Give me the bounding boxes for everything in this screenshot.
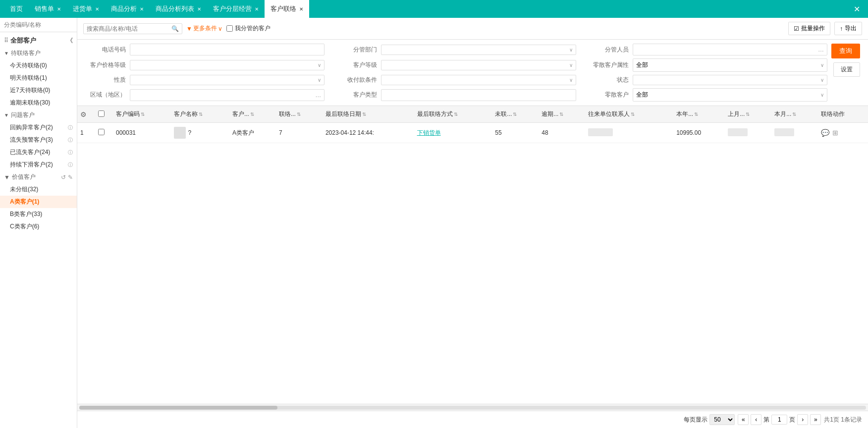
chat-icon[interactable]: 💬: [821, 129, 829, 137]
filter-search-container: 🔍: [83, 23, 182, 34]
td-index: 1: [77, 123, 95, 143]
sort-type-icon[interactable]: ⇅: [250, 111, 254, 117]
nav-tab-product-analysis[interactable]: 商品分析 ✕: [105, 0, 150, 18]
pending-arrow-icon: ▼: [4, 51, 9, 56]
first-page-button[interactable]: «: [738, 414, 749, 425]
filter-retail-select[interactable]: 全部 ∨: [633, 88, 827, 102]
td-customer-code: 000031: [113, 123, 171, 143]
edit-icon[interactable]: ✎: [68, 174, 73, 181]
td-current-year: 10995.00: [673, 123, 725, 143]
more-options-icon[interactable]: …: [818, 46, 824, 53]
sidebar-collapse-icon[interactable]: 《: [67, 37, 73, 45]
nav-tab-customer-segment[interactable]: 客户分层经营 ✕: [207, 0, 265, 18]
refresh-icon[interactable]: ↺: [61, 174, 66, 181]
filter-search-input[interactable]: [87, 25, 169, 32]
sort-year-icon[interactable]: ⇅: [694, 111, 698, 117]
filter-more-conditions[interactable]: ▼ 更多条件 ∨: [186, 24, 222, 33]
filter-payment-select[interactable]: ∨: [381, 75, 576, 85]
contact-method-link[interactable]: 下销货单: [417, 129, 441, 136]
sidebar-item-overdue-contact[interactable]: 逾期未联络(30): [0, 97, 77, 109]
filter-retail-attr-select[interactable]: 全部 ∨: [633, 58, 827, 72]
table-area: ⚙ 客户编码⇅ 客户名称⇅ 客户...⇅: [77, 106, 868, 404]
nav-tab-customer-contact-close[interactable]: ✕: [299, 6, 303, 12]
window-close-button[interactable]: ✕: [850, 4, 864, 14]
filter-region: 区域（地区） …: [85, 89, 325, 101]
sidebar-search-input[interactable]: [4, 21, 77, 28]
filter-dept-select[interactable]: ∨: [381, 45, 576, 55]
nav-tab-sales-close[interactable]: ✕: [57, 6, 61, 12]
export-button[interactable]: ↑ 导出: [834, 22, 862, 35]
row-checkbox[interactable]: [98, 129, 105, 135]
sidebar-item-ungrouped[interactable]: 未分组(32): [0, 183, 77, 196]
sort-unit-icon[interactable]: ⇅: [631, 111, 635, 117]
sidebar-group-problem[interactable]: ▼ 问题客户: [0, 109, 77, 121]
table-header-row: ⚙ 客户编码⇅ 客户名称⇅ 客户...⇅: [77, 106, 868, 123]
problem-arrow-icon: ▼: [4, 112, 9, 118]
sort-overdue-icon[interactable]: ⇅: [559, 111, 563, 117]
filter-customer-level-select[interactable]: ∨: [381, 60, 576, 70]
nav-tab-product-list-close[interactable]: ✕: [197, 6, 201, 12]
scrollbar-track[interactable]: [79, 406, 866, 410]
select-all-checkbox[interactable]: [98, 110, 105, 117]
my-customers-checkbox[interactable]: [226, 25, 233, 32]
sort-name-icon[interactable]: ⇅: [199, 111, 203, 117]
filter-customer-type-input[interactable]: [381, 89, 576, 101]
filter-status-select[interactable]: ∨: [633, 75, 827, 85]
sort-cur-month-icon[interactable]: ⇅: [792, 111, 796, 117]
sidebar-item-today-pending[interactable]: 今天待联络(0): [0, 59, 77, 72]
sidebar-group-pending[interactable]: ▼ 待联络客户: [0, 47, 77, 59]
sidebar-item-c-class[interactable]: C类客户(6): [0, 220, 77, 233]
sidebar-item-b-class[interactable]: B类客户(33): [0, 208, 77, 220]
prev-page-button[interactable]: ‹: [751, 414, 761, 425]
filter-search-icon[interactable]: 🔍: [171, 25, 179, 32]
filter-person-input[interactable]: [636, 46, 816, 53]
nav-tab-purchase-close[interactable]: ✕: [95, 6, 99, 12]
query-button[interactable]: 查询: [831, 44, 860, 58]
nav-tab-product-list[interactable]: 商品分析列表 ✕: [150, 0, 207, 18]
filter-phone-input[interactable]: [130, 44, 325, 55]
sidebar-item-tomorrow-pending[interactable]: 明天待联络(1): [0, 72, 77, 84]
batch-ops-button[interactable]: ☑ 批量操作: [788, 22, 830, 35]
scrollbar-thumb[interactable]: [79, 406, 277, 410]
sort-code-icon[interactable]: ⇅: [141, 111, 145, 117]
filter-icon: ▼: [186, 25, 192, 32]
nav-tab-product-analysis-close[interactable]: ✕: [140, 6, 144, 12]
sidebar-item-declining[interactable]: 持续下滑客户(2) ⓘ: [0, 159, 77, 171]
table-settings-icon[interactable]: ⚙: [80, 110, 87, 118]
nav-tab-customer-segment-close[interactable]: ✕: [255, 6, 259, 12]
td-overdue: 48: [539, 123, 585, 143]
sort-last-month-icon[interactable]: ⇅: [746, 111, 750, 117]
last-page-button[interactable]: »: [810, 414, 821, 425]
chevron-down-icon: ∨: [218, 25, 222, 32]
next-page-button[interactable]: ›: [797, 414, 808, 425]
filter-retail: 零散客户 全部 ∨: [588, 88, 827, 102]
sort-method-icon[interactable]: ⇅: [454, 111, 458, 117]
region-more-icon[interactable]: …: [315, 92, 321, 99]
settings-button[interactable]: 设置: [833, 62, 860, 77]
sidebar-item-a-class[interactable]: A类客户(1): [0, 196, 77, 208]
sidebar-group-value[interactable]: ▼ 价值客户 ↺ ✎: [0, 171, 77, 183]
filter-nature-select[interactable]: ∨: [130, 75, 325, 85]
page-size-select[interactable]: 50 100 200: [709, 414, 735, 425]
filter-price-level-select[interactable]: ∨: [130, 60, 325, 70]
sidebar-item-churn-warning[interactable]: 流失预警客户(3) ⓘ: [0, 134, 77, 146]
nav-home[interactable]: 首页: [4, 4, 29, 13]
sidebar-item-churned[interactable]: 已流失客户(24) ⓘ: [0, 146, 77, 159]
page-number-input[interactable]: [771, 415, 787, 425]
nav-tab-customer-contact[interactable]: 客户联络 ✕: [265, 0, 309, 18]
my-customers-filter[interactable]: 我分管的客户: [226, 24, 271, 33]
sidebar-search-container: 🔍: [0, 18, 77, 32]
sort-uncontacted-icon[interactable]: ⇅: [513, 111, 517, 117]
qr-icon[interactable]: ⊞: [832, 129, 838, 137]
horizontal-scrollbar[interactable]: [77, 404, 868, 411]
sidebar-item-7days-pending[interactable]: 近7天待联络(0): [0, 84, 77, 97]
sort-contact-icon[interactable]: ⇅: [297, 111, 301, 117]
sidebar-item-repurchase-abnormal[interactable]: 回购异常客户(2) ⓘ: [0, 121, 77, 134]
nav-tab-sales[interactable]: 销售单 ✕: [29, 0, 67, 18]
filter-region-input[interactable]: [133, 92, 313, 99]
filter-price-level: 客户价格等级 ∨: [85, 60, 325, 70]
filter-bar: 🔍 ▼ 更多条件 ∨ 我分管的客户 ☑ 批量操作 ↑ 导出: [77, 18, 868, 40]
main-layout: 🔍 ⠿ 全部客户 《 ▼ 待联络客户 今天待联络(0) 明天待联络(1) 近7天…: [0, 18, 868, 428]
nav-tab-purchase[interactable]: 进货单 ✕: [67, 0, 105, 18]
sort-date-icon[interactable]: ⇅: [362, 111, 366, 117]
